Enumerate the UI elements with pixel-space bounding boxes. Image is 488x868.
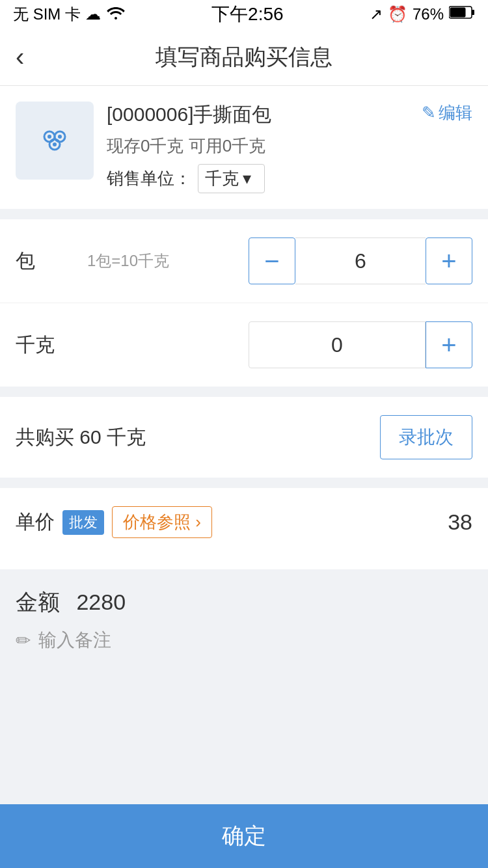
svg-rect-2 <box>450 8 466 18</box>
increment-bao-button[interactable]: + <box>426 237 472 284</box>
amount-label: 金额 <box>16 590 60 614</box>
product-card: [0000006]手撕面包 ✎ 编辑 现存0千克 可用0千克 销售单位： 千克 … <box>0 86 488 209</box>
status-bar: 无 SIM 卡 ☁ 下午2:56 ↗ ⏰ 76% <box>0 0 488 29</box>
svg-point-8 <box>53 142 57 146</box>
remark-icon: ✏ <box>16 630 31 651</box>
qty-input-kg[interactable] <box>249 321 426 368</box>
back-button[interactable]: ‹ <box>16 42 24 72</box>
decrement-bao-button[interactable]: − <box>249 237 295 284</box>
sim-status: 无 SIM 卡 ☁ <box>13 4 101 25</box>
price-value: 38 <box>448 509 472 535</box>
alarm-icon: ⏰ <box>388 5 407 23</box>
unit-kg-label: 千克 <box>16 332 81 359</box>
page-title: 填写商品购买信息 <box>156 42 332 72</box>
total-row: 共购买 60 千克 录批次 <box>0 397 488 478</box>
edit-button[interactable]: ✎ 编辑 <box>422 102 472 124</box>
status-left: 无 SIM 卡 ☁ <box>13 4 126 25</box>
batch-button[interactable]: 录批次 <box>380 415 472 459</box>
product-image <box>16 102 94 180</box>
price-left: 单价 批发 价格参照 › <box>16 506 212 538</box>
qty-controls-bao: − + <box>249 237 472 284</box>
battery-level: 76% <box>413 5 444 23</box>
price-ref-button[interactable]: 价格参照 › <box>112 506 212 538</box>
svg-rect-1 <box>472 10 474 15</box>
price-row: 单价 批发 价格参照 › 38 <box>16 506 472 538</box>
battery-icon <box>449 5 475 23</box>
remark-row[interactable]: ✏ 输入备注 <box>16 628 472 653</box>
quantity-section: 包 1包=10千克 − + 千克 + <box>0 219 488 387</box>
price-section: 单价 批发 价格参照 › 38 <box>0 488 488 569</box>
amount-value: 2280 <box>76 590 126 614</box>
chevron-down-icon: ▾ <box>243 169 251 189</box>
quantity-row-bao: 包 1包=10千克 − + <box>0 219 488 303</box>
qty-controls-kg: + <box>249 321 472 368</box>
svg-point-6 <box>47 135 51 139</box>
price-label: 单价 <box>16 509 55 536</box>
nav-bar: ‹ 填写商品购买信息 <box>0 29 488 86</box>
qty-input-bao[interactable] <box>295 237 426 284</box>
svg-point-7 <box>58 135 62 139</box>
amount-row: 金额 2280 <box>16 588 472 617</box>
confirm-label: 确定 <box>222 821 266 851</box>
product-unit-row: 销售单位： 千克 ▾ <box>107 164 472 193</box>
unit-bao-label: 包 <box>16 248 81 275</box>
quantity-row-kg: 千克 + <box>0 303 488 387</box>
amount-section: 金额 2280 ✏ 输入备注 <box>0 569 488 671</box>
status-right: ↗ ⏰ 76% <box>370 5 475 23</box>
unit-label: 销售单位： <box>107 167 191 190</box>
price-tag-pifa: 批发 <box>62 510 104 535</box>
wifi-icon <box>106 5 126 23</box>
product-name: [0000006]手撕面包 <box>107 102 271 128</box>
edit-icon: ✎ <box>422 103 436 123</box>
status-time: 下午2:56 <box>211 2 284 27</box>
confirm-button[interactable]: 确定 <box>0 804 488 868</box>
product-info: [0000006]手撕面包 ✎ 编辑 现存0千克 可用0千克 销售单位： 千克 … <box>107 102 472 193</box>
total-text: 共购买 60 千克 <box>16 424 146 451</box>
increment-kg-button[interactable]: + <box>426 321 472 368</box>
unit-select[interactable]: 千克 ▾ <box>198 164 265 193</box>
location-icon: ↗ <box>370 5 383 23</box>
product-stock: 现存0千克 可用0千克 <box>107 135 472 157</box>
remark-placeholder: 输入备注 <box>38 628 111 653</box>
unit-bao-hint: 1包=10千克 <box>87 251 249 271</box>
